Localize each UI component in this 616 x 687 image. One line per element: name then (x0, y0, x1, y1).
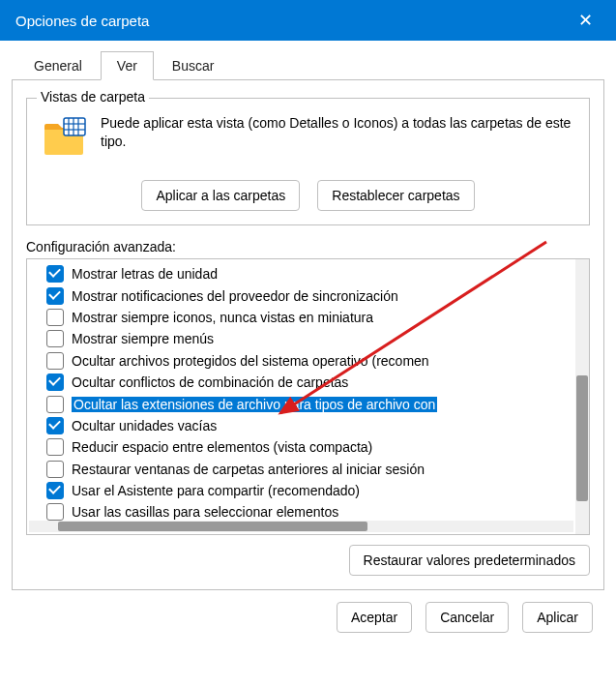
folder-views-icon (41, 114, 87, 161)
vertical-scrollbar[interactable] (575, 259, 589, 534)
cancel-button[interactable]: Cancelar (425, 602, 509, 633)
tab-general[interactable]: General (17, 51, 99, 79)
checkbox[interactable] (46, 265, 64, 283)
list-item-label: Mostrar notificaciones del proveedor de … (72, 288, 398, 304)
list-item[interactable]: Ocultar las extensiones de archivo para … (46, 393, 575, 414)
list-item[interactable]: Mostrar letras de unidad (46, 263, 575, 284)
folder-views-legend: Vistas de carpeta (37, 89, 149, 105)
tabstrip: General Ver Buscar (17, 48, 604, 79)
list-item-label: Ocultar las extensiones de archivo para … (72, 397, 437, 412)
list-item[interactable]: Usar el Asistente para compartir (recome… (46, 480, 575, 501)
list-item[interactable]: Ocultar archivos protegidos del sistema … (46, 350, 575, 372)
checkbox[interactable] (46, 461, 64, 478)
checkbox[interactable] (46, 287, 64, 305)
apply-to-folders-button[interactable]: Aplicar a las carpetas (141, 180, 300, 211)
checkbox[interactable] (46, 396, 64, 413)
list-item-label: Mostrar siempre iconos, nunca vistas en … (72, 310, 373, 325)
list-item[interactable]: Mostrar notificaciones del proveedor de … (46, 284, 575, 306)
checkbox[interactable] (46, 503, 64, 521)
tab-panel-ver: Vistas de carpeta (12, 79, 604, 590)
titlebar: Opciones de carpeta ✕ (0, 0, 616, 41)
folder-views-desc: Puede aplicar esta vista (como Detalles … (101, 114, 575, 151)
folder-views-group: Vistas de carpeta (26, 98, 590, 225)
list-item-label: Usar el Asistente para compartir (recome… (72, 483, 360, 498)
reset-folders-button[interactable]: Restablecer carpetas (317, 180, 474, 211)
tab-ver[interactable]: Ver (101, 51, 154, 80)
list-item-label: Restaurar ventanas de carpetas anteriore… (72, 462, 425, 477)
scrollbar-thumb[interactable] (576, 375, 588, 501)
list-item[interactable]: Ocultar conflictos de combinación de car… (46, 372, 575, 393)
list-item-label: Ocultar archivos protegidos del sistema … (72, 353, 429, 369)
checkbox[interactable] (46, 309, 64, 326)
list-item-label: Usar las casillas para seleccionar eleme… (72, 504, 338, 520)
advanced-settings-label: Configuración avanzada: (26, 239, 590, 254)
list-item-label: Ocultar conflictos de combinación de car… (72, 374, 348, 390)
checkbox[interactable] (46, 352, 64, 370)
checkbox[interactable] (46, 417, 64, 434)
list-item-label: Reducir espacio entre elementos (vista c… (72, 439, 372, 455)
checkbox[interactable] (46, 438, 64, 456)
checkbox[interactable] (46, 330, 64, 347)
list-item-label: Ocultar unidades vacías (72, 418, 217, 433)
checkbox[interactable] (46, 482, 64, 499)
window-title: Opciones de carpeta (15, 13, 570, 29)
list-item[interactable]: Mostrar siempre iconos, nunca vistas en … (46, 307, 575, 328)
list-item[interactable]: Reducir espacio entre elementos (vista c… (46, 436, 575, 458)
list-item[interactable]: Ocultar unidades vacías (46, 415, 575, 436)
list-item-label: Mostrar letras de unidad (72, 266, 218, 282)
close-icon[interactable]: ✕ (570, 0, 601, 41)
horizontal-scrollbar[interactable] (29, 521, 573, 532)
list-item-label: Mostrar siempre menús (72, 331, 214, 346)
dialog-footer: Aceptar Cancelar Aplicar (12, 590, 604, 633)
tab-buscar[interactable]: Buscar (156, 51, 231, 79)
dialog-body: General Ver Buscar Vistas de carpeta (0, 41, 616, 633)
restore-defaults-button[interactable]: Restaurar valores predeterminados (349, 545, 590, 576)
checkbox[interactable] (46, 373, 64, 391)
ok-button[interactable]: Aceptar (337, 602, 412, 633)
svg-rect-0 (64, 118, 85, 135)
list-item[interactable]: Mostrar siempre menús (46, 328, 575, 349)
list-item[interactable]: Restaurar ventanas de carpetas anteriore… (46, 459, 575, 480)
hscrollbar-thumb[interactable] (58, 522, 367, 531)
apply-button[interactable]: Aplicar (522, 602, 593, 633)
advanced-settings-list: Mostrar letras de unidadMostrar notifica… (26, 258, 590, 535)
